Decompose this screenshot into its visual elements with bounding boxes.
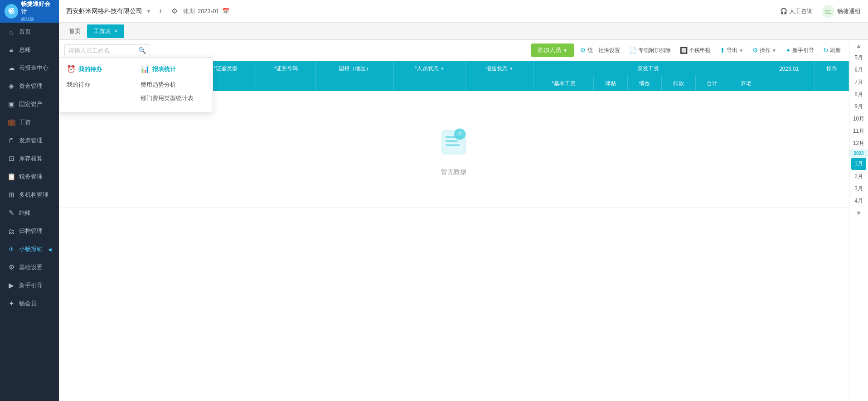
month-item-7[interactable]: 7月	[849, 76, 868, 88]
sidebar-item-archive[interactable]: 🗂 归档管理	[0, 222, 59, 240]
month-item-10[interactable]: 10月	[849, 113, 868, 125]
month-item-2023-1[interactable]: 1月	[851, 158, 866, 170]
sidebar-item-closing[interactable]: ✎ 结账	[0, 204, 59, 222]
report-icon: 📊	[141, 65, 150, 73]
sidebar-item-label: 小畅报销	[19, 245, 44, 253]
sub-col-pension: 养老	[729, 76, 763, 91]
search-input[interactable]	[68, 47, 136, 54]
search-wrap: 🔍	[64, 44, 150, 56]
special-deduct-label: 专项附加扣除	[638, 47, 671, 54]
month-sidebar: ▲ 5月 6月 7月 8月 9月 10月 11月 12月 2023 1月 2月 …	[849, 40, 868, 401]
dropdown-item-expense-trend[interactable]: 费用趋势分析	[141, 78, 205, 92]
sidebar-item-tax[interactable]: 📋 税务管理	[0, 168, 59, 186]
sidebar-item-multi-org[interactable]: ⊞ 多机构管理	[0, 186, 59, 204]
social-insurance-label: 统一社保设置	[587, 47, 620, 54]
salary-icon: 💼	[7, 118, 15, 126]
tab-close-icon[interactable]: ✕	[114, 28, 118, 34]
refresh-label: 刷新	[830, 47, 841, 54]
period-display: 账期 2023-01 📅	[183, 7, 229, 15]
cloud-icon: ☁	[7, 64, 15, 72]
invoice-icon: 🗒	[7, 137, 15, 145]
tab-salary-label: 工资表	[93, 27, 111, 35]
month-item-6[interactable]: 6月	[849, 64, 868, 76]
dropdown-col-todo: ⏰ 我的待办 我的待办	[67, 65, 131, 105]
sidebar-item-xiao-chang[interactable]: ✈ 小畅报销 ◀	[0, 240, 59, 258]
month-nav-down-button[interactable]: ▼	[849, 207, 868, 219]
special-deduct-icon: 📄	[629, 47, 637, 54]
person-status-filter-icon[interactable]: ▼	[440, 66, 445, 71]
dropdown-col2-header: 📊 报表统计	[141, 65, 205, 73]
sidebar-item-cloud-report[interactable]: ☁ 云报表中心	[0, 59, 59, 77]
consult-button[interactable]: 🎧 人工咨询	[780, 7, 813, 15]
sidebar: 畅 畅捷通好会计 旗舰版 ⌂ 首页 ≡ 总账 ☁ 云报表中心 ◈ 资金管理 ▣ …	[0, 0, 59, 401]
sidebar-item-fixed-assets[interactable]: ▣ 固定资产	[0, 95, 59, 113]
sidebar-item-ledger[interactable]: ≡ 总账	[0, 41, 59, 59]
month-item-12[interactable]: 12月	[849, 137, 868, 150]
dropdown-overlay: ⏰ 我的待办 我的待办 📊 报表统计 费用趋势分析 部门费用类型统计表	[59, 57, 213, 113]
month-item-2023-2[interactable]: 2月	[849, 170, 868, 183]
sidebar-item-basic[interactable]: ⚙ 基础设置	[0, 258, 59, 276]
month-item-2023-3[interactable]: 3月	[849, 183, 868, 195]
sidebar-item-guide[interactable]: ▶ 新手引导	[0, 276, 59, 295]
sidebar-item-invoice[interactable]: 🗒 发票管理	[0, 131, 59, 150]
consult-label: 人工咨询	[789, 7, 813, 15]
svg-text:?: ?	[458, 130, 462, 138]
company-name: 西安虾米网络科技有限公司	[66, 7, 142, 15]
sidebar-item-label: 发票管理	[19, 136, 52, 145]
social-insurance-icon: ⚙	[580, 47, 586, 54]
sidebar-item-member[interactable]: ✦ 畅会员	[0, 295, 59, 313]
operation-button[interactable]: ⚙ 操作 ▼	[750, 45, 779, 56]
month-item-2023-4[interactable]: 4月	[849, 195, 868, 207]
sidebar-item-label: 归档管理	[19, 227, 52, 235]
tab-bar: 首页 工资表 ✕	[59, 23, 868, 40]
sub-col-bonus: 绩效	[627, 76, 661, 91]
refresh-button[interactable]: ↻ 刷新	[820, 45, 844, 56]
social-insurance-button[interactable]: ⚙ 统一社保设置	[577, 45, 623, 56]
xiao-chang-icon: ✈	[7, 245, 15, 253]
month-item-9[interactable]: 9月	[849, 101, 868, 113]
month-nav-up-button[interactable]: ▲	[849, 40, 868, 52]
empty-text: 暂无数据	[441, 168, 466, 176]
dropdown-col1-header: ⏰ 我的待办	[67, 65, 131, 73]
tab-salary-table[interactable]: 工资表 ✕	[87, 24, 124, 38]
company-dropdown-icon[interactable]: ▼	[146, 8, 151, 14]
report-status-filter-icon[interactable]: ▼	[509, 66, 514, 71]
svg-rect-6	[446, 145, 460, 146]
col-year: 2023.01	[763, 61, 815, 76]
sidebar-item-home[interactable]: ⌂ 首页	[0, 23, 59, 41]
new-guide-button[interactable]: ✦ 新手引导	[783, 45, 817, 56]
tab-home[interactable]: 首页	[63, 24, 87, 38]
svg-rect-5	[446, 140, 458, 142]
refresh-icon: ↻	[823, 47, 829, 54]
tax-report-button[interactable]: 🔲 个税申报	[677, 45, 713, 56]
sidebar-arrow-icon: ◀	[48, 247, 52, 252]
sidebar-item-fund[interactable]: ◈ 资金管理	[0, 77, 59, 95]
sidebar-item-label: 结账	[19, 209, 52, 217]
ledger-icon: ≡	[7, 46, 15, 54]
sub-col-allowance: 津贴	[594, 76, 628, 91]
sub-col-total: 合计	[695, 76, 729, 91]
new-guide-label: 新手引导	[792, 47, 814, 54]
sidebar-item-label: 税务管理	[19, 173, 52, 181]
empty-icon: ?	[433, 122, 474, 163]
sidebar-item-salary[interactable]: 💼 工资	[0, 113, 59, 131]
dropdown-item-dept-expense[interactable]: 部门费用类型统计表	[141, 92, 205, 105]
period-value: 2023-01	[198, 8, 219, 14]
dropdown-col-report: 📊 报表统计 费用趋势分析 部门费用类型统计表	[141, 65, 205, 105]
new-guide-icon: ✦	[786, 47, 791, 54]
sub-col-base-salary: *基本工资	[533, 76, 594, 91]
user-avatar-button[interactable]: CE 畅捷通组	[822, 5, 861, 18]
add-person-button[interactable]: 添加人员 ▼	[531, 43, 574, 57]
settings-button[interactable]: ⚙	[170, 5, 179, 17]
month-item-11[interactable]: 11月	[849, 125, 868, 137]
calendar-icon[interactable]: 📅	[222, 8, 229, 14]
special-deduct-button[interactable]: 📄 专项附加扣除	[626, 45, 674, 56]
operation-label: 操作	[760, 47, 771, 54]
export-button[interactable]: ⬆ 导出 ▼	[717, 45, 746, 56]
add-company-button[interactable]: ＋	[155, 5, 166, 18]
inventory-icon: ⊡	[7, 155, 15, 163]
month-item-8[interactable]: 8月	[849, 88, 868, 101]
sidebar-item-inventory[interactable]: ⊡ 库存核算	[0, 150, 59, 168]
dropdown-item-my-todo[interactable]: 我的待办	[67, 78, 131, 92]
month-item-5[interactable]: 5月	[849, 52, 868, 64]
